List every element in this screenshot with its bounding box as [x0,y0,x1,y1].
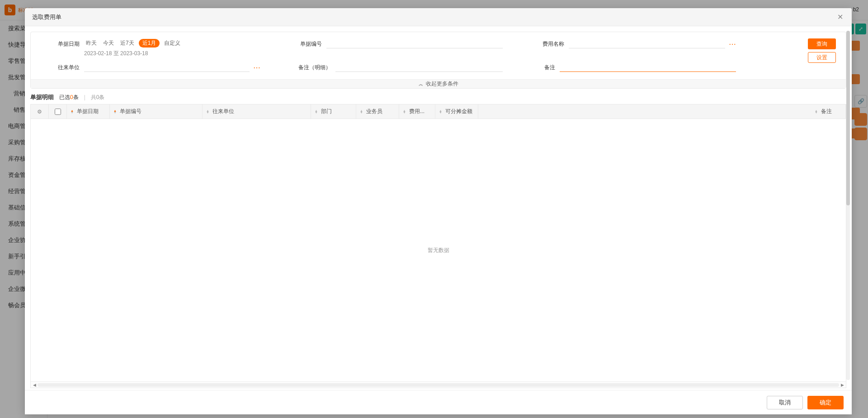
sort-icon: ▲▼ [113,110,117,114]
col-alloc[interactable]: ▲▼ 可分摊金额 [435,104,478,119]
preset-1month[interactable]: 近1月 [139,39,160,48]
fee-name-picker-icon[interactable]: ⋯ [729,40,736,48]
list-section-head: 单据明细 已选0条 | 共0条 [30,93,846,101]
table-select-all[interactable] [49,104,67,119]
preset-7days[interactable]: 近7天 [118,38,136,48]
party-picker-icon[interactable]: ⋯ [253,63,260,72]
confirm-button[interactable]: 确定 [807,396,844,409]
close-icon[interactable]: ✕ [835,13,844,22]
gear-icon: ⚙ [37,109,42,115]
remark-detail-label: 备注（明细） [295,62,335,71]
table-horizontal-scrollbar[interactable]: ◀ ▶ [31,381,846,388]
scroll-left-icon[interactable]: ◀ [32,383,37,387]
table-settings-button[interactable]: ⚙ [31,104,49,119]
col-dept[interactable]: ▲▼ 部门 [311,104,356,119]
sort-icon: ▲▼ [360,110,363,114]
select-expense-modal: 选取费用单 ✕ 查询 设置 单据日期 昨天 今天 近7天 近1月 [25,8,852,414]
col-note[interactable]: ▲▼ 备注 [478,104,846,119]
table-header: ⚙ ▲▼ 单据日期 ▲▼ 单据编号 ▲▼ 往来单位 ▲▼ [31,104,846,119]
sort-icon: ▲▼ [403,110,406,114]
modal-body: 查询 设置 单据日期 昨天 今天 近7天 近1月 自定义 2023-02-18 [25,26,852,390]
chevron-up-icon: ︽ [419,81,423,87]
scroll-right-icon[interactable]: ▶ [840,383,844,387]
scroll-track[interactable] [38,383,839,387]
fee-name-input[interactable] [569,38,725,48]
remark-detail-input[interactable] [335,62,503,72]
col-party[interactable]: ▲▼ 往来单位 [203,104,311,119]
modal-header: 选取费用单 ✕ [25,8,852,26]
doc-no-label: 单据编号 [295,38,326,48]
party-label: 往来单位 [52,62,84,71]
query-button[interactable]: 查询 [808,38,836,49]
preset-yesterday[interactable]: 昨天 [84,38,99,48]
filter-actions: 查询 设置 [808,38,836,63]
col-biz[interactable]: ▲▼ 业务员 [356,104,399,119]
col-date[interactable]: ▲▼ 单据日期 [67,104,110,119]
total-count: 共0条 [91,94,105,101]
preset-custom[interactable]: 自定义 [162,38,182,48]
sort-icon: ▲▼ [71,110,74,114]
sort-icon: ▲▼ [206,110,210,114]
date-presets: 昨天 今天 近7天 近1月 自定义 [84,38,260,48]
modal-title: 选取费用单 [32,13,61,21]
doc-no-input[interactable] [326,38,503,48]
modal-footer: 取消 确定 [25,390,852,414]
date-range-text: 2023-02-18 至 2023-03-18 [84,50,260,57]
remark-label: 备注 [537,62,560,71]
date-label: 单据日期 [52,38,84,48]
party-input[interactable] [84,62,250,72]
empty-state: 暂无数据 [31,119,846,381]
remark-input[interactable] [560,62,736,72]
filter-panel: 查询 设置 单据日期 昨天 今天 近7天 近1月 自定义 2023-02-18 [30,32,846,89]
collapse-text: 收起更多条件 [426,80,458,88]
sort-icon: ▲▼ [439,110,443,114]
col-fee[interactable]: ▲▼ 费用... [399,104,435,119]
collapse-filters-button[interactable]: ︽ 收起更多条件 [31,79,846,88]
preset-today[interactable]: 今天 [101,38,116,48]
fee-name-label: 费用名称 [537,38,569,48]
data-table: ⚙ ▲▼ 单据日期 ▲▼ 单据编号 ▲▼ 往来单位 ▲▼ [30,104,846,388]
sort-icon: ▲▼ [815,110,818,114]
col-no[interactable]: ▲▼ 单据编号 [110,104,203,119]
list-section-title: 单据明细 [30,93,54,101]
divider: | [84,94,85,100]
sort-icon: ▲▼ [315,110,318,114]
cancel-button[interactable]: 取消 [767,396,803,409]
modal-vertical-scrollbar[interactable] [846,31,850,380]
settings-button[interactable]: 设置 [808,52,836,63]
select-all-checkbox[interactable] [55,109,61,115]
selected-count: 已选0条 [59,94,79,101]
